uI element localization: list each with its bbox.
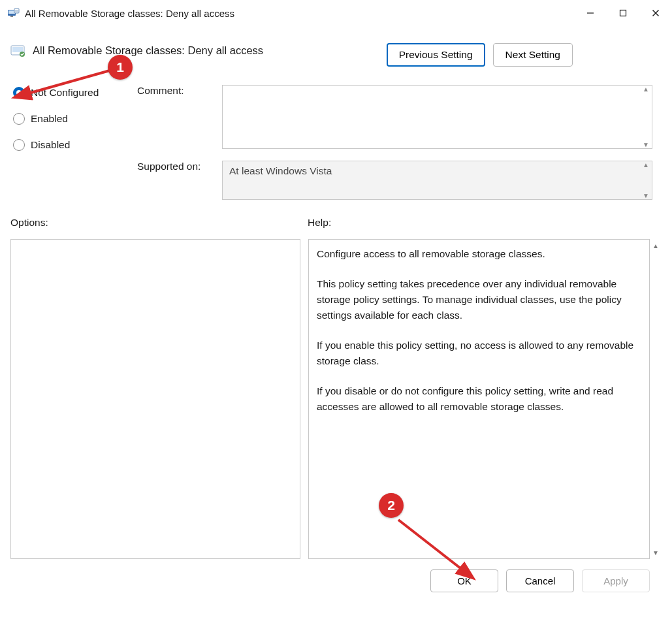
- supported-on-field: At least Windows Vista ▲ ▼: [222, 161, 652, 200]
- comment-spin: ▲ ▼: [640, 86, 652, 148]
- dialog-footer: OK Cancel Apply: [8, 559, 664, 592]
- help-panel: Configure access to all removable storag…: [308, 239, 650, 559]
- chevron-down-icon[interactable]: ▼: [650, 546, 662, 559]
- help-paragraph: Configure access to all removable storag…: [317, 246, 641, 262]
- radio-circle-icon: [13, 139, 25, 151]
- policy-icon: [10, 44, 26, 59]
- titlebar: All Removable Storage classes: Deny all …: [0, 0, 672, 26]
- svg-rect-5: [620, 10, 626, 16]
- svg-line-12: [398, 520, 464, 571]
- annotation-arrow-2: [392, 516, 483, 581]
- policy-app-icon: [7, 7, 20, 20]
- options-label: Options:: [10, 217, 308, 229]
- previous-setting-button[interactable]: Previous Setting: [387, 43, 485, 67]
- section-labels: Options: Help:: [8, 217, 664, 229]
- supported-row: Supported on: At least Windows Vista ▲ ▼: [137, 161, 655, 200]
- chevron-down-icon[interactable]: ▼: [640, 180, 652, 199]
- apply-button[interactable]: Apply: [582, 569, 650, 592]
- chevron-up-icon[interactable]: ▲: [640, 161, 652, 180]
- svg-rect-2: [10, 16, 13, 17]
- radio-label: Enabled: [31, 113, 68, 125]
- supported-on-value: At least Windows Vista: [229, 165, 332, 176]
- help-paragraph: If you disable or do not configure this …: [317, 383, 641, 415]
- svg-line-11: [26, 71, 110, 94]
- minimize-button[interactable]: [574, 0, 607, 26]
- dialog-body: All Removable Storage classes: Deny all …: [0, 26, 672, 623]
- comment-label: Comment:: [137, 85, 184, 97]
- help-label: Help:: [308, 217, 331, 229]
- next-setting-button[interactable]: Next Setting: [493, 43, 573, 67]
- annotation-marker-1: 1: [108, 55, 133, 80]
- radio-circle-icon: [13, 113, 25, 125]
- help-paragraph: This policy setting takes precedence ove…: [317, 276, 641, 323]
- cancel-button[interactable]: Cancel: [506, 569, 574, 592]
- radio-label: Disabled: [31, 139, 70, 151]
- annotation-arrow-1: [18, 63, 123, 102]
- svg-rect-9: [12, 47, 23, 52]
- annotation-marker-2: 2: [379, 493, 404, 518]
- comment-block: Comment: ▲ ▼ Supported on: At least Wind…: [137, 85, 655, 200]
- svg-rect-3: [14, 8, 19, 13]
- comment-textarea[interactable]: ▲ ▼: [222, 85, 652, 149]
- radio-enabled[interactable]: Enabled: [13, 113, 137, 125]
- help-scrollbar[interactable]: ▲ ▼: [650, 239, 662, 559]
- close-button[interactable]: [639, 0, 672, 26]
- chevron-down-icon[interactable]: ▼: [640, 117, 652, 148]
- options-panel: [10, 239, 300, 559]
- help-paragraph: If you enable this policy setting, no ac…: [317, 338, 641, 369]
- nav-buttons: Previous Setting Next Setting: [387, 43, 573, 67]
- radio-disabled[interactable]: Disabled: [13, 139, 137, 151]
- policy-dialog: All Removable Storage classes: Deny all …: [0, 0, 672, 623]
- window-title: All Removable Storage classes: Deny all …: [25, 8, 574, 19]
- supported-spin: ▲ ▼: [640, 161, 652, 199]
- state-radio-group: Not Configured Enabled Disabled: [13, 85, 137, 200]
- chevron-up-icon[interactable]: ▲: [650, 239, 662, 252]
- policy-title: All Removable Storage classes: Deny all …: [33, 43, 387, 57]
- help-wrap: Configure access to all removable storag…: [308, 239, 662, 559]
- chevron-up-icon[interactable]: ▲: [640, 86, 652, 117]
- panels: Configure access to all removable storag…: [8, 239, 664, 559]
- supported-label: Supported on:: [137, 161, 200, 172]
- maximize-button[interactable]: [607, 0, 639, 26]
